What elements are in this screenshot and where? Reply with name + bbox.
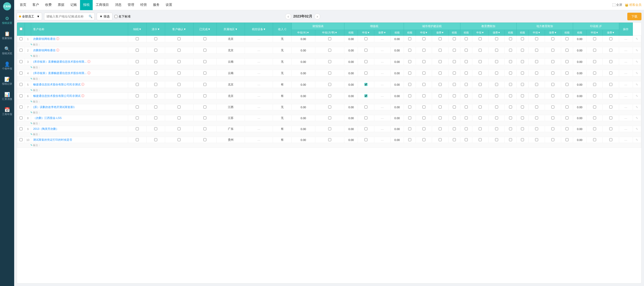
edu-check[interactable] bbox=[509, 116, 512, 119]
city-pay-check[interactable] bbox=[439, 105, 442, 109]
city-pay-check[interactable] bbox=[439, 138, 442, 141]
edu-check[interactable] bbox=[479, 138, 482, 141]
tax-type-check[interactable] bbox=[136, 37, 139, 40]
confirm-check[interactable] bbox=[178, 94, 181, 97]
stamp-check[interactable] bbox=[593, 127, 596, 130]
vip-btn[interactable]: 👑 稻客会员 bbox=[625, 3, 641, 7]
completed-check[interactable] bbox=[203, 72, 206, 75]
nav-settings[interactable]: 设置 bbox=[163, 0, 175, 10]
th-local-pay[interactable]: 缴费▼ bbox=[545, 30, 561, 36]
local-check[interactable] bbox=[551, 138, 554, 141]
stamp-check[interactable] bbox=[609, 127, 612, 130]
edu-check[interactable] bbox=[509, 94, 512, 97]
prev-month-button[interactable]: ‹ bbox=[285, 13, 291, 20]
fr-month-check[interactable] bbox=[328, 105, 331, 109]
row-checkbox[interactable] bbox=[19, 72, 23, 75]
client-name[interactable]: 畅捷通信息技术股份有限公司民非测试 ⓘ bbox=[31, 93, 128, 99]
client-name[interactable]: (原）误删勿改李艳牙测试斯套新1 bbox=[31, 104, 128, 110]
th-stamp-pay[interactable]: 缴费▼ bbox=[603, 30, 619, 36]
card-check[interactable] bbox=[154, 60, 157, 63]
nav-home[interactable]: 首页 bbox=[17, 0, 29, 10]
row-checkbox[interactable] bbox=[19, 37, 23, 40]
completed-check[interactable] bbox=[203, 138, 206, 141]
stamp-check[interactable] bbox=[609, 72, 612, 75]
row-checkbox[interactable] bbox=[19, 60, 23, 63]
local-check[interactable] bbox=[565, 127, 569, 130]
row-checkbox[interactable] bbox=[19, 83, 23, 86]
edu-check[interactable] bbox=[509, 138, 512, 141]
confirm-check[interactable] bbox=[178, 60, 181, 63]
confirm-check[interactable] bbox=[178, 49, 181, 52]
local-check[interactable] bbox=[551, 83, 554, 86]
local-check[interactable] bbox=[521, 72, 524, 75]
stamp-check[interactable] bbox=[593, 49, 596, 52]
fr-month-check[interactable] bbox=[328, 127, 331, 130]
city-declare-check[interactable] bbox=[422, 49, 425, 52]
stamp-check[interactable] bbox=[593, 72, 596, 75]
local-check[interactable] bbox=[521, 94, 524, 97]
local-check[interactable] bbox=[535, 60, 538, 63]
edit-icon[interactable]: ✎ bbox=[636, 83, 638, 86]
local-check[interactable] bbox=[565, 94, 569, 97]
th-card[interactable]: 清卡▼ bbox=[147, 23, 165, 36]
fr-month-check[interactable] bbox=[328, 94, 331, 97]
city-pay-check[interactable] bbox=[439, 60, 442, 63]
stamp-check[interactable] bbox=[609, 94, 612, 97]
city-check[interactable] bbox=[408, 60, 411, 63]
tax-type-check[interactable] bbox=[136, 105, 139, 109]
tax-type-check[interactable] bbox=[136, 116, 139, 119]
edu-check[interactable] bbox=[495, 49, 498, 52]
local-check[interactable] bbox=[521, 60, 524, 63]
edu-check[interactable] bbox=[479, 49, 482, 52]
edu-check[interactable] bbox=[509, 49, 512, 52]
city-declare-check[interactable] bbox=[422, 127, 425, 130]
name-list-checkbox[interactable]: 名下标准 bbox=[114, 14, 131, 19]
sidebar-item-tax-settings[interactable]: ⚙ 报税设置 bbox=[0, 13, 14, 28]
edit-icon[interactable]: ✎ bbox=[636, 116, 638, 120]
search-input[interactable] bbox=[46, 15, 89, 18]
edu-check[interactable] bbox=[495, 116, 498, 119]
confirm-check[interactable] bbox=[178, 105, 181, 109]
confirm-check[interactable] bbox=[178, 37, 181, 40]
stamp-check[interactable] bbox=[609, 49, 612, 52]
row-checkbox[interactable] bbox=[19, 138, 23, 141]
card-check[interactable] bbox=[154, 83, 157, 86]
th-confirm[interactable]: 客户确认▼ bbox=[165, 23, 193, 36]
edu-check[interactable] bbox=[495, 127, 498, 130]
client-name[interactable]: (库存核算）直播畅捷通信息技术股份有限... ⓘ bbox=[31, 59, 128, 65]
confirm-check[interactable] bbox=[178, 127, 181, 130]
local-check[interactable] bbox=[565, 37, 569, 40]
nav-tax[interactable]: 报税 bbox=[80, 0, 93, 10]
th-vat-pay[interactable]: 缴费▼ bbox=[374, 30, 390, 36]
edu-check[interactable] bbox=[465, 94, 468, 97]
city-check2[interactable] bbox=[453, 37, 456, 40]
stamp-check[interactable] bbox=[609, 116, 612, 119]
filter-button[interactable]: ▼ 筛选 bbox=[97, 13, 112, 20]
city-check2[interactable] bbox=[453, 116, 456, 119]
row-checkbox[interactable] bbox=[19, 105, 23, 109]
sidebar-item-tax-view[interactable]: 🔍 报税浏览 bbox=[0, 43, 14, 58]
edit-icon[interactable]: ✎ bbox=[636, 72, 638, 75]
tax-type-check[interactable] bbox=[136, 94, 139, 97]
local-check[interactable] bbox=[535, 94, 538, 97]
local-check[interactable] bbox=[521, 37, 524, 40]
next-month-button[interactable]: › bbox=[314, 13, 320, 20]
nav-record[interactable]: 记账 bbox=[67, 0, 80, 10]
card-check[interactable] bbox=[154, 37, 157, 40]
completed-check[interactable] bbox=[203, 127, 206, 130]
local-check[interactable] bbox=[535, 105, 538, 109]
completed-check[interactable] bbox=[203, 83, 206, 86]
city-declare-check[interactable] bbox=[422, 94, 425, 97]
local-check[interactable] bbox=[535, 37, 538, 40]
client-name[interactable]: 畅捷通信息技术股份有限公司民非测试 ⓘ bbox=[31, 81, 128, 88]
city-pay-check[interactable] bbox=[439, 83, 442, 86]
local-check[interactable] bbox=[565, 83, 569, 86]
edu-check[interactable] bbox=[495, 83, 498, 86]
city-pay-check[interactable] bbox=[439, 72, 442, 75]
vat-declare-check[interactable] bbox=[364, 49, 367, 52]
nav-operation[interactable]: 经营 bbox=[137, 0, 150, 10]
fr-month-check[interactable] bbox=[328, 116, 331, 119]
th-region[interactable]: 所属地区▼ bbox=[217, 23, 245, 36]
sidebar-item-personal-tax[interactable]: 👤 个税申报 bbox=[0, 58, 14, 74]
sidebar-item-summary[interactable]: 📊 汇算清缴 bbox=[0, 89, 14, 104]
